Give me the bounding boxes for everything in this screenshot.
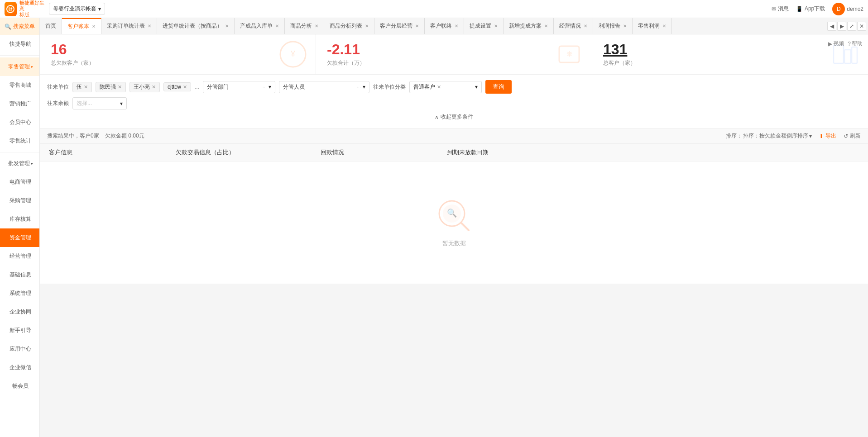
sidebar-item-member-center[interactable]: 会员中心: [0, 113, 39, 132]
refresh-button[interactable]: ↺ 刷新: [844, 132, 861, 140]
tab-profit-report[interactable]: 利润报告 ✕: [593, 18, 633, 34]
tab-home[interactable]: 首页: [40, 18, 62, 34]
user-menu[interactable]: D demo2: [832, 3, 863, 15]
video-link[interactable]: ▶ 视频: [828, 40, 844, 48]
sidebar-item-newbie-guide[interactable]: 新手引导: [0, 321, 39, 340]
chevron-down-icon-cat: ▾: [475, 84, 478, 90]
sidebar-item-ecommerce-mgmt[interactable]: 电商管理: [0, 173, 39, 191]
sidebar-item-purchase-mgmt[interactable]: 采购管理: [0, 191, 39, 210]
tab-close-customer-stratification[interactable]: ✕: [415, 24, 419, 28]
sidebar-item-retail-stats[interactable]: 零售统计: [0, 132, 39, 150]
main-layout: 🔍 搜索菜单 快捷导航 零售管理▾ 零售商城 营销推广 会员中心 零售统计 批发…: [0, 18, 868, 437]
filter-person-select[interactable]: 分管人员 ··· ▾: [279, 81, 369, 93]
tab-close-profit-report[interactable]: ✕: [623, 24, 627, 28]
tab-customer-contact[interactable]: 客户联络 ✕: [425, 18, 464, 34]
sidebar-item-sys-mgmt[interactable]: 系统管理: [0, 284, 39, 303]
help-icon: ?: [848, 41, 851, 47]
tab-product-warehousing[interactable]: 产成品入库单 ✕: [235, 18, 285, 34]
empty-text: 暂无数据: [442, 239, 466, 247]
sidebar-item-app-center[interactable]: 应用中心: [0, 340, 39, 358]
empty-state: 🔍 暂无数据: [40, 162, 868, 284]
filter-tag-wang-close[interactable]: ✕: [152, 84, 156, 90]
sidebar-search[interactable]: 🔍 搜索菜单: [0, 18, 39, 35]
sidebar-item-retail-mgmt[interactable]: 零售管理▾: [0, 57, 39, 76]
filter-tag-cjttcw-close[interactable]: ✕: [183, 84, 187, 90]
filter-department-select[interactable]: 分管部门 ··· ▾: [203, 81, 275, 93]
filter-balance-label: 往来余额: [47, 100, 69, 107]
sort-select[interactable]: 排序： 排序：按欠款金额倒序排序 ▾: [726, 132, 812, 140]
filter-tag-chen-close[interactable]: ✕: [118, 84, 122, 90]
query-button[interactable]: 查询: [485, 80, 512, 94]
tab-close-purchase-order-stats[interactable]: ✕: [148, 24, 151, 28]
sidebar-item-marketing[interactable]: 营销推广: [0, 95, 39, 113]
tab-purchase-stats-by-product[interactable]: 进货单统计表（按商品） ✕: [157, 18, 235, 34]
tab-product-analysis[interactable]: 商品分析 ✕: [285, 18, 324, 34]
tabs-bar: 首页 客户账本 ✕ 采购订单统计表 ✕ 进货单统计表（按商品） ✕ 产成品入库单…: [40, 18, 868, 34]
play-icon: ▶: [828, 41, 832, 47]
tab-close-customer-contact[interactable]: ✕: [455, 24, 458, 28]
stat-value-total-customers: 131: [603, 42, 636, 57]
filter-balance-select[interactable]: 选择... ▾: [72, 97, 127, 109]
filter-more-tags[interactable]: ...: [195, 84, 199, 90]
tab-business-situation[interactable]: 经营情况 ✕: [554, 18, 593, 34]
tab-close-product-analysis-list[interactable]: ✕: [365, 24, 369, 28]
chevron-down-icon: ▾: [98, 6, 101, 12]
tab-accounts-receivable[interactable]: 客户账本 ✕: [62, 18, 101, 34]
collapse-btn[interactable]: ∧ 收起更多条件: [47, 113, 861, 121]
sidebar-item-quick-nav[interactable]: 快捷导航: [0, 35, 39, 53]
tab-close-product-analysis[interactable]: ✕: [315, 24, 318, 28]
stat-label-total-customers: 总客户（家）: [603, 59, 636, 67]
filter-tag-chen: 陈民强 ✕: [96, 82, 126, 92]
sidebar-item-wholesale-mgmt[interactable]: 批发管理▾: [0, 154, 39, 173]
export-button[interactable]: ⬆ 导出: [819, 132, 836, 140]
sidebar-divider2: [0, 152, 39, 152]
tab-close-all[interactable]: ✕: [857, 22, 866, 31]
filter-tag-cjttcw: cjttcw ✕: [163, 82, 191, 91]
tab-close-product-warehousing[interactable]: ✕: [275, 24, 279, 28]
app-download-btn[interactable]: 📱 App下载: [796, 5, 825, 13]
tab-promotion-settings[interactable]: 提成设置 ✕: [464, 18, 504, 34]
filter-category-select[interactable]: 普通客户 ✕ ▾: [409, 81, 482, 93]
filter-row-1: 往来单位 伍 ✕ 陈民强 ✕ 王小亮 ✕ cjttcw: [47, 80, 861, 94]
filter-tag-category: 普通客户 ✕: [413, 83, 441, 91]
svg-text:¥: ¥: [290, 49, 296, 58]
tab-product-analysis-list[interactable]: 商品分析列表 ✕: [324, 18, 374, 34]
tab-customer-stratification[interactable]: 客户分层经营 ✕: [374, 18, 425, 34]
tab-close-promotion-settings[interactable]: ✕: [494, 24, 498, 28]
stat-label-overdue-amount: 欠款合计（万）: [327, 59, 365, 67]
col-due-date: 到期未放款日期: [446, 148, 861, 157]
tab-scroll-left[interactable]: ◀: [827, 22, 836, 31]
sidebar-item-enterprise-wechat[interactable]: 企业微信: [0, 358, 39, 377]
chevron-up-icon: ∧: [435, 114, 439, 120]
search-icon: 🔍: [5, 24, 11, 30]
tab-close-retail-profit[interactable]: ✕: [662, 24, 666, 28]
sidebar-item-member-vip[interactable]: 畅会员: [0, 377, 39, 395]
tab-close-new-promotion[interactable]: ✕: [544, 24, 548, 28]
store-selector[interactable]: 母婴行业演示帐套 ▾: [49, 3, 105, 15]
sidebar-item-capital-mgmt[interactable]: 资金管理: [0, 228, 39, 247]
tab-close-business-situation[interactable]: ✕: [584, 24, 587, 28]
help-link[interactable]: ? 帮助: [848, 40, 863, 48]
col-repayment: 回款情况: [319, 148, 446, 157]
tab-close-purchase-stats[interactable]: ✕: [225, 24, 229, 28]
stat-video-help: ▶ 视频 ? 帮助: [828, 40, 863, 48]
sidebar-item-retail-shop[interactable]: 零售商城: [0, 76, 39, 95]
tab-fullscreen[interactable]: ⤢: [847, 22, 856, 31]
filter-area: 往来单位 伍 ✕ 陈民强 ✕ 王小亮 ✕ cjttcw: [40, 75, 868, 128]
filter-tag-category-close[interactable]: ✕: [437, 84, 441, 90]
sidebar-item-inventory[interactable]: 库存核算: [0, 210, 39, 228]
tab-purchase-order-stats[interactable]: 采购订单统计表 ✕: [101, 18, 157, 34]
filter-tag-wu-close[interactable]: ✕: [84, 84, 88, 90]
tab-close-accounts-receivable[interactable]: ✕: [92, 24, 96, 29]
tab-new-promotion[interactable]: 新增提成方案 ✕: [504, 18, 554, 34]
sidebar-item-ops-mgmt[interactable]: 经营管理: [0, 247, 39, 266]
col-customer-info: 客户信息: [47, 148, 174, 157]
tab-scroll-right[interactable]: ▶: [837, 22, 846, 31]
tab-retail-profit[interactable]: 零售利润 ✕: [633, 18, 672, 34]
message-btn[interactable]: ✉ 消息: [772, 5, 789, 13]
top-right-area: ✉ 消息 📱 App下载 D demo2: [772, 3, 863, 15]
sidebar-item-basic-info[interactable]: 基础信息: [0, 266, 39, 284]
sidebar-item-enterprise-coop[interactable]: 企业协同: [0, 303, 39, 321]
stat-label-overdue-customers: 总欠款客户（家）: [51, 59, 94, 67]
refresh-icon: ↺: [844, 133, 848, 139]
